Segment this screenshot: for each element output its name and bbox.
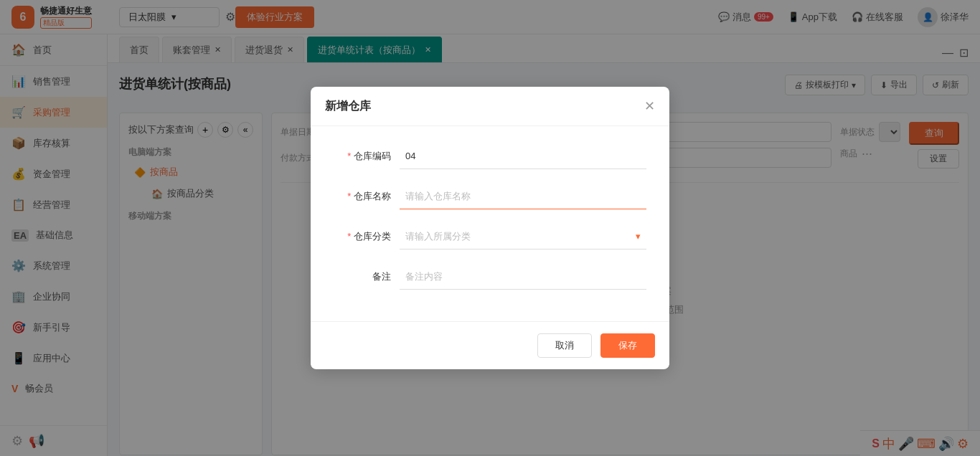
form-row-category: 仓库分类 请输入所属分类 ▾ <box>334 224 646 250</box>
form-row-code: 仓库编码 <box>334 143 646 169</box>
form-row-name: 仓库名称 <box>334 184 646 209</box>
warehouse-name-input[interactable] <box>400 184 646 209</box>
warehouse-category-select[interactable]: 请输入所属分类 ▾ <box>400 224 646 250</box>
dialog-overlay: 新增仓库 ✕ 仓库编码 仓库名称 仓库分类 请输入所属分类 ▾ <box>0 0 980 456</box>
dialog-title: 新增仓库 <box>325 99 371 114</box>
select-arrow-icon: ▾ <box>636 231 641 242</box>
code-label: 仓库编码 <box>334 150 391 163</box>
new-warehouse-dialog: 新增仓库 ✕ 仓库编码 仓库名称 仓库分类 请输入所属分类 ▾ <box>311 87 669 369</box>
dialog-close-button[interactable]: ✕ <box>644 98 655 114</box>
dialog-footer: 取消 保存 <box>311 321 669 369</box>
category-label: 仓库分类 <box>334 230 391 243</box>
cancel-button[interactable]: 取消 <box>537 333 592 358</box>
warehouse-code-input[interactable] <box>400 143 646 169</box>
form-row-remark: 备注 <box>334 264 646 290</box>
remark-input[interactable] <box>400 264 646 290</box>
save-button[interactable]: 保存 <box>600 333 655 358</box>
remark-label: 备注 <box>334 270 391 283</box>
dialog-body: 仓库编码 仓库名称 仓库分类 请输入所属分类 ▾ 备注 <box>311 126 669 321</box>
dialog-header: 新增仓库 ✕ <box>311 87 669 126</box>
name-label: 仓库名称 <box>334 190 391 203</box>
